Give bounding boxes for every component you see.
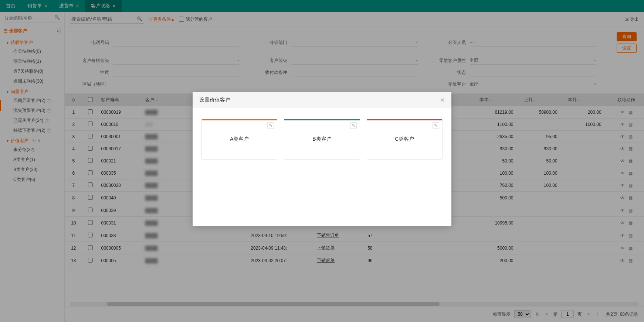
card-label: B类客户 — [312, 136, 331, 143]
card-label: A类客户 — [230, 136, 249, 143]
edit-icon[interactable]: ✎ — [350, 122, 357, 129]
edit-icon[interactable]: ✎ — [433, 122, 439, 129]
edit-icon[interactable]: ✎ — [267, 122, 274, 129]
modal-overlay[interactable]: 设置价值客户 ✕ ✎A类客户 ✎B类客户 ✎C类客户 — [0, 0, 644, 322]
card-c[interactable]: ✎C类客户 — [367, 119, 443, 160]
close-icon[interactable]: ✕ — [440, 97, 445, 103]
card-label: C类客户 — [395, 136, 414, 143]
modal-title: 设置价值客户 — [199, 97, 230, 103]
card-a[interactable]: ✎A类客户 — [201, 119, 277, 160]
card-b[interactable]: ✎B类客户 — [284, 119, 360, 160]
value-customer-modal: 设置价值客户 ✕ ✎A类客户 ✎B类客户 ✎C类客户 — [193, 92, 451, 226]
